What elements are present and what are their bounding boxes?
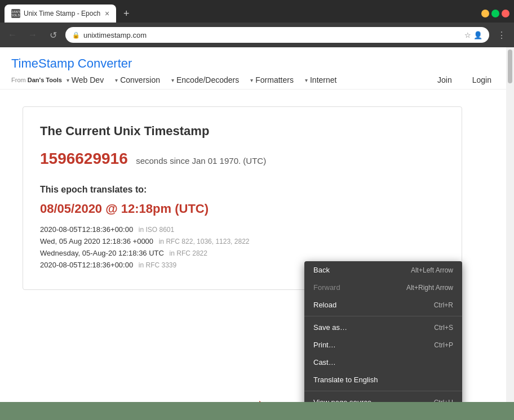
- nav-label: Encode/Decoders: [176, 75, 239, 84]
- menu-separator: [304, 316, 462, 316]
- nav-label: Web Dev: [72, 75, 104, 84]
- nav-item-login[interactable]: Login: [472, 75, 491, 84]
- new-tab-button[interactable]: +: [118, 6, 134, 21]
- format-label: in ISO 8601: [139, 226, 174, 234]
- maximize-button[interactable]: [491, 10, 499, 17]
- site-title: TimeStamp Converter: [11, 56, 132, 70]
- address-bar[interactable]: 🔒 unixtimestamp.com ☆ 👤: [65, 27, 489, 43]
- nav-item-formatters[interactable]: ▾ Formatters: [250, 75, 294, 84]
- menu-item-label: Translate to English: [313, 376, 378, 384]
- arrow-icon: ▾: [305, 77, 308, 83]
- nav-label: Conversion: [120, 75, 160, 84]
- tab-bar: DAN'SDOLS Unix Time Stamp - Epoch × +: [0, 0, 514, 23]
- tab-close-button[interactable]: ×: [105, 9, 109, 18]
- active-tab[interactable]: DAN'SDOLS Unix Time Stamp - Epoch ×: [5, 5, 116, 23]
- menu-item-shortcut: Alt+Right Arrow: [406, 284, 453, 292]
- site-header: TimeStamp Converter: [0, 47, 514, 71]
- datetime-value: 2020-08-05T12:18:36+00:00: [40, 261, 133, 269]
- nav-from-label: From Dan's Tools: [11, 77, 62, 83]
- menu-item-shortcut: Ctrl+U: [434, 399, 453, 403]
- back-button[interactable]: ←: [5, 27, 20, 43]
- nav-bar: From Dan's Tools ▾ Web Dev ▾ Conversion …: [0, 71, 514, 90]
- more-options-button[interactable]: ⋮: [494, 27, 509, 43]
- context-menu-save[interactable]: Save as… Ctrl+S: [304, 319, 462, 336]
- arrow-icon: ▾: [67, 77, 69, 83]
- datetime-value: Wed, 05 Aug 2020 12:18:36 +0000: [40, 237, 153, 245]
- page-area: TimeStamp Converter From Dan's Tools ▾ W…: [0, 47, 514, 402]
- nav-label: Internet: [310, 75, 336, 84]
- datetime-row-rfc2822: Wednesday, 05-Aug-20 12:18:36 UTC in RFC…: [40, 249, 445, 257]
- lock-icon: 🔒: [72, 32, 80, 39]
- format-label: in RFC 2822: [170, 249, 207, 257]
- address-text: unixtimestamp.com: [83, 31, 460, 39]
- arrow-annotation: [163, 401, 267, 402]
- context-menu-view-source[interactable]: View page source Ctrl+U: [304, 394, 462, 402]
- tab-title: Unix Time Stamp - Epoch: [24, 10, 100, 17]
- forward-button[interactable]: →: [25, 27, 41, 43]
- context-menu-forward: Forward Alt+Right Arrow: [304, 279, 462, 296]
- format-label: in RFC 822, 1036, 1123, 2822: [159, 238, 250, 245]
- menu-item-shortcut: Ctrl+S: [434, 324, 453, 332]
- datetime-value: Wednesday, 05-Aug-20 12:18:36 UTC: [40, 249, 164, 257]
- nav-item-webdev[interactable]: ▾ Web Dev: [67, 75, 104, 84]
- menu-item-shortcut: Alt+Left Arrow: [411, 266, 453, 274]
- arrow-icon: ▾: [115, 77, 118, 83]
- window-controls: [481, 10, 509, 17]
- datetime-row-iso: 2020-08-05T12:18:36+00:00 in ISO 8601: [40, 225, 445, 234]
- context-menu-reload[interactable]: Reload Ctrl+R: [304, 296, 462, 314]
- datetime-value: 2020-08-05T12:18:36+00:00: [40, 225, 133, 234]
- menu-item-label: Back: [313, 266, 330, 274]
- nav-item-conversion[interactable]: ▾ Conversion: [115, 75, 160, 84]
- menu-separator-2: [304, 391, 462, 391]
- browser-chrome: DAN'SDOLS Unix Time Stamp - Epoch × + ← …: [0, 0, 514, 47]
- menu-item-label: Cast…: [313, 358, 336, 367]
- menu-item-label: Save as…: [313, 323, 347, 332]
- nav-item-encode[interactable]: ▾ Encode/Decoders: [171, 75, 239, 84]
- context-menu-translate[interactable]: Translate to English: [304, 371, 462, 388]
- scrollbar[interactable]: [506, 47, 514, 402]
- context-menu: Back Alt+Left Arrow Forward Alt+Right Ar…: [304, 261, 462, 402]
- context-menu-back[interactable]: Back Alt+Left Arrow: [304, 261, 462, 279]
- reload-button[interactable]: ↺: [45, 27, 61, 43]
- arrow-icon: ▾: [250, 77, 253, 83]
- context-menu-cast[interactable]: Cast…: [304, 354, 462, 371]
- bookmark-star-icon[interactable]: ☆: [464, 31, 471, 39]
- menu-item-shortcut: Ctrl+R: [434, 301, 453, 309]
- format-label: in RFC 3339: [139, 261, 176, 269]
- timestamp-desc: seconds since Jan 01 1970. (UTC): [136, 156, 266, 166]
- menu-item-label: Reload: [313, 301, 336, 309]
- menu-item-shortcut: Ctrl+P: [434, 341, 453, 349]
- tab-favicon: DAN'SDOLS: [11, 9, 20, 18]
- epoch-label: This epoch translates to:: [40, 185, 445, 195]
- timestamp-value: 1596629916: [40, 150, 128, 167]
- nav-label: Formatters: [255, 75, 294, 84]
- card-title: The Current Unix Timestamp: [40, 124, 445, 138]
- datetime-main: 08/05/2020 @ 12:18pm (UTC): [40, 202, 445, 216]
- nav-from-site: Dan's Tools: [28, 77, 62, 83]
- scrollbar-thumb[interactable]: [508, 50, 512, 83]
- arrow-head: [259, 401, 267, 402]
- nav-label: Login: [472, 75, 491, 84]
- context-menu-print[interactable]: Print… Ctrl+P: [304, 336, 462, 354]
- close-button[interactable]: [502, 10, 509, 17]
- minimize-button[interactable]: [481, 10, 489, 17]
- menu-item-label: View page source: [313, 398, 371, 402]
- menu-item-label: Print…: [313, 341, 336, 349]
- account-icon[interactable]: 👤: [473, 31, 482, 39]
- nav-item-join[interactable]: Join: [437, 75, 452, 84]
- arrow-icon: ▾: [171, 77, 174, 83]
- timestamp-row: 1596629916 seconds since Jan 01 1970. (U…: [40, 150, 445, 168]
- menu-item-label: Forward: [313, 283, 340, 292]
- address-bar-row: ← → ↺ 🔒 unixtimestamp.com ☆ 👤 ⋮: [0, 23, 514, 47]
- datetime-row-rfc822: Wed, 05 Aug 2020 12:18:36 +0000 in RFC 8…: [40, 237, 445, 245]
- nav-label: Join: [437, 75, 452, 84]
- nav-item-internet[interactable]: ▾ Internet: [305, 75, 336, 84]
